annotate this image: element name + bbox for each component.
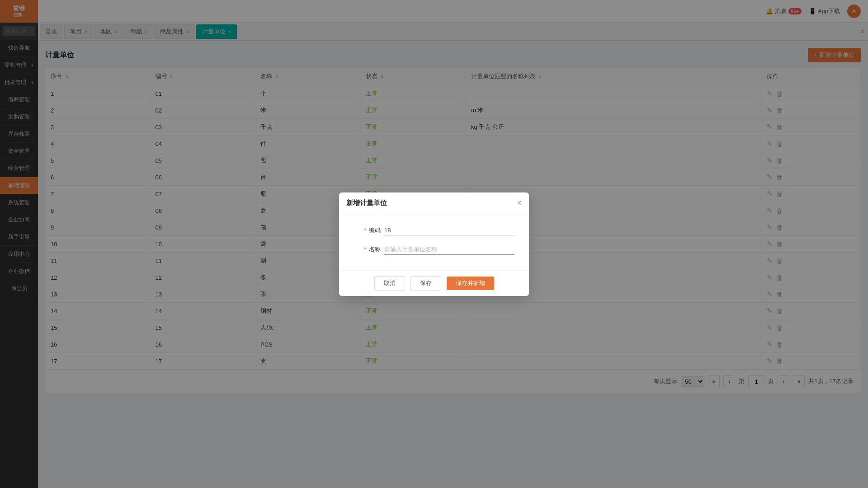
save-button[interactable]: 保存 (410, 276, 441, 291)
required-indicator: * (364, 227, 366, 234)
modal-footer: 取消 保存 保存并新增 (339, 270, 529, 296)
cancel-button[interactable]: 取消 (374, 276, 405, 291)
modal-body: * 编码 * 名称 (339, 214, 529, 270)
form-row-code: * 编码 (354, 225, 514, 236)
code-label: * 编码 (354, 226, 381, 235)
form-row-name: * 名称 (354, 244, 514, 255)
add-unit-modal: 新增计量单位 × * 编码 * 名称 取消 保存 保存并新增 (339, 192, 529, 296)
code-input[interactable] (384, 225, 514, 236)
modal-close-button[interactable]: × (517, 199, 522, 207)
name-input[interactable] (384, 244, 514, 255)
save-and-new-button[interactable]: 保存并新增 (447, 277, 494, 290)
name-label: * 名称 (354, 245, 381, 253)
modal-title: 新增计量单位 (346, 199, 387, 207)
modal-header: 新增计量单位 × (339, 192, 529, 214)
required-indicator: * (364, 246, 366, 253)
modal-overlay[interactable]: 新增计量单位 × * 编码 * 名称 取消 保存 保存并新增 (0, 0, 868, 488)
